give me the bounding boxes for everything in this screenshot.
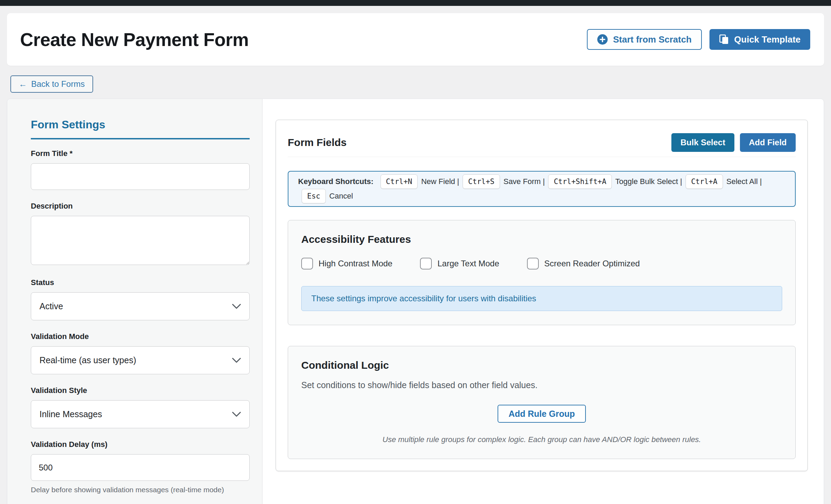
validation-mode-label: Validation Mode (31, 332, 250, 341)
accessibility-options-row: High Contrast Mode Large Text Mode Scree… (301, 258, 782, 269)
back-to-forms-button[interactable]: ← Back to Forms (10, 75, 93, 93)
screen-reader-optimized-option[interactable]: Screen Reader Optimized (527, 258, 640, 269)
high-contrast-mode-option[interactable]: High Contrast Mode (301, 258, 392, 269)
validation-delay-group: Validation Delay (ms) Delay before showi… (31, 440, 250, 494)
form-settings-panel: Form Settings Form Title * Description S… (7, 99, 262, 504)
add-field-button[interactable]: Add Field (740, 133, 796, 152)
start-from-scratch-button[interactable]: Start from Scratch (587, 29, 702, 50)
shortcut-desc-select-all: Select All | (726, 177, 762, 186)
form-settings-heading: Form Settings (31, 118, 250, 139)
chevron-down-icon (232, 358, 241, 363)
quick-template-button[interactable]: Quick Template (709, 29, 810, 50)
form-title-group: Form Title * (31, 149, 250, 190)
description-label: Description (31, 202, 250, 211)
validation-mode-select[interactable]: Real-time (as user types) (31, 346, 250, 374)
conditional-logic-card: Conditional Logic Set conditions to show… (288, 346, 796, 459)
high-contrast-label: High Contrast Mode (319, 259, 392, 268)
accessibility-note: These settings improve accessibility for… (301, 286, 782, 311)
validation-style-group: Validation Style Inline Messages (31, 386, 250, 428)
status-selected-value: Active (39, 301, 63, 311)
validation-style-selected-value: Inline Messages (39, 409, 102, 419)
quick-template-label: Quick Template (734, 34, 801, 45)
form-fields-card: Form Fields Bulk Select Add Field Keyboa… (276, 120, 808, 471)
admin-bar (0, 0, 831, 6)
validation-delay-input[interactable] (31, 454, 250, 481)
validation-delay-label: Validation Delay (ms) (31, 440, 250, 449)
form-fields-header: Form Fields Bulk Select Add Field (288, 133, 796, 157)
kbd-ctrl-shift-a: Ctrl+Shift+A (548, 174, 612, 189)
shortcut-desc-cancel: Cancel (329, 192, 353, 201)
shortcut-desc-toggle-bulk-select: Toggle Bulk Select | (615, 177, 682, 186)
back-arrow-icon: ← (19, 79, 27, 89)
status-select[interactable]: Active (31, 292, 250, 320)
plus-circle-icon (597, 34, 608, 45)
form-title-label: Form Title * (31, 149, 250, 158)
form-title-input[interactable] (31, 163, 250, 190)
shortcut-desc-new-field: New Field | (421, 177, 459, 186)
conditional-logic-heading: Conditional Logic (301, 359, 782, 371)
kbd-ctrl-a: Ctrl+A (686, 174, 723, 189)
keyboard-shortcuts-bar: Keyboard Shortcuts: Ctrl+N New Field | C… (288, 171, 796, 207)
back-to-forms-label: Back to Forms (31, 79, 85, 89)
bulk-select-button[interactable]: Bulk Select (671, 133, 734, 152)
description-textarea[interactable] (31, 216, 250, 265)
validation-style-label: Validation Style (31, 386, 250, 395)
validation-style-select[interactable]: Inline Messages (31, 400, 250, 428)
screen-reader-label: Screen Reader Optimized (544, 259, 640, 268)
high-contrast-checkbox[interactable] (301, 258, 313, 269)
large-text-mode-option[interactable]: Large Text Mode (420, 258, 499, 269)
kbd-ctrl-s: Ctrl+S (463, 174, 500, 189)
status-group: Status Active (31, 278, 250, 320)
validation-delay-help: Delay before showing validation messages… (31, 486, 250, 494)
form-fields-actions: Bulk Select Add Field (671, 133, 796, 152)
large-text-label: Large Text Mode (437, 259, 499, 268)
validation-mode-selected-value: Real-time (as user types) (39, 355, 136, 365)
template-copy-icon (719, 34, 729, 45)
accessibility-features-card: Accessibility Features High Contrast Mod… (288, 220, 796, 325)
add-rule-group-button[interactable]: Add Rule Group (498, 405, 586, 423)
chevron-down-icon (232, 412, 241, 417)
status-label: Status (31, 278, 250, 287)
accessibility-features-heading: Accessibility Features (301, 233, 782, 245)
page-header: Create New Payment Form Start from Scrat… (7, 13, 824, 66)
add-rule-group-row: Add Rule Group (301, 405, 782, 423)
large-text-checkbox[interactable] (420, 258, 432, 269)
start-from-scratch-label: Start from Scratch (613, 34, 691, 45)
conditional-logic-description: Set conditions to show/hide fields based… (301, 380, 782, 390)
screen-reader-checkbox[interactable] (527, 258, 539, 269)
header-actions: Start from Scratch Quick Template (587, 29, 810, 50)
form-fields-area: Form Fields Bulk Select Add Field Keyboa… (262, 99, 824, 504)
conditional-logic-hint: Use multiple rule groups for complex log… (301, 435, 782, 444)
main-container: Form Settings Form Title * Description S… (7, 99, 824, 504)
back-row: ← Back to Forms (10, 75, 831, 93)
form-fields-heading: Form Fields (288, 137, 347, 148)
kbd-ctrl-n: Ctrl+N (381, 174, 418, 189)
keyboard-shortcuts-label: Keyboard Shortcuts: (298, 177, 374, 186)
page-title: Create New Payment Form (20, 29, 249, 50)
validation-mode-group: Validation Mode Real-time (as user types… (31, 332, 250, 374)
shortcut-desc-save-form: Save Form | (503, 177, 545, 186)
description-group: Description (31, 202, 250, 266)
chevron-down-icon (232, 304, 241, 309)
kbd-esc: Esc (302, 189, 326, 203)
